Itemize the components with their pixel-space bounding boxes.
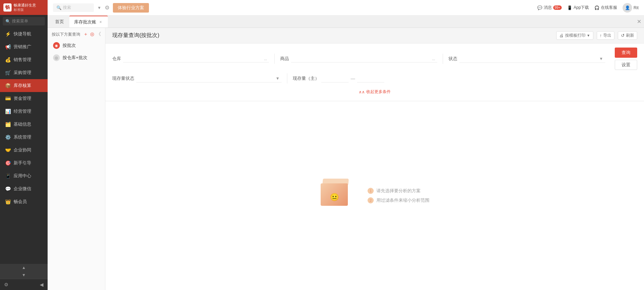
message-badge: 99+	[553, 5, 562, 10]
export-button[interactable]: ↑ 导出	[597, 31, 615, 40]
sidebar: 畅 畅康通好生意 标准版 🔍 搜索菜单 ⚡ 快捷导航 📢 营销推广 💰 销售管理…	[0, 0, 48, 290]
settings-icon[interactable]: ⚙	[4, 282, 9, 287]
search-icon: 🔍	[5, 19, 11, 24]
solution-item-warehouse-batch[interactable]: ◎ 按仓库+批次	[48, 52, 105, 64]
collapse-bar[interactable]: ∧∧ 收起更多条件	[112, 87, 637, 97]
user-menu[interactable]: 👤 Rit	[623, 3, 639, 13]
print-button[interactable]: 🖨 按模板打印 ▼	[556, 31, 593, 40]
avatar: 👤	[623, 3, 632, 13]
wechat-icon: 💬	[5, 186, 11, 192]
export-label: 导出	[603, 33, 611, 38]
inventory-qty-max-input[interactable]	[357, 74, 384, 83]
tab-home-label: 首页	[55, 19, 64, 25]
empty-hint-1: 1 请先选择要分析的方案	[368, 188, 429, 194]
online-service-button[interactable]: 🎧 在线客服	[594, 5, 617, 11]
sidebar-item-operation[interactable]: 📊 经营管理	[0, 105, 48, 118]
query-button[interactable]: 查询	[615, 48, 637, 58]
settings-solution-icon[interactable]: ◎	[90, 31, 94, 37]
basic-icon: 🗂️	[5, 121, 11, 127]
sidebar-item-inventory[interactable]: 📦 库存核算	[0, 79, 48, 92]
page-title-bar: 现存量查询(按批次) 🖨 按模板打印 ▼ ↑ 导出 ↺ 刷新	[105, 28, 644, 43]
search-placeholder: 搜索菜单	[12, 18, 28, 24]
right-panel: 现存量查询(按批次) 🖨 按模板打印 ▼ ↑ 导出 ↺ 刷新	[105, 28, 644, 290]
sidebar-item-newbie[interactable]: 🎯 新手引导	[0, 157, 48, 169]
topbar-search-icon: 🔍	[56, 5, 62, 10]
solution-label-batch: 按批次	[63, 42, 76, 49]
tab-home[interactable]: 首页	[50, 16, 69, 28]
filter-inventory-status: 现存量状态 ▼	[112, 75, 282, 83]
filter-status: 状态 ▼	[448, 55, 605, 63]
tab-inventory-batch-label: 库存批次账	[74, 19, 96, 25]
sidebar-label: 应用中心	[14, 173, 31, 179]
topbar-gear-icon[interactable]: ⚙	[105, 4, 109, 11]
sidebar-label: 畅会员	[14, 199, 27, 205]
quick-icon: ⚡	[5, 31, 11, 37]
sidebar-search[interactable]: 🔍 搜索菜单	[3, 17, 45, 25]
sidebar-label: 企业微信	[14, 186, 31, 192]
empty-hint-text-1: 请先选择要分析的方案	[376, 188, 421, 194]
product-more-icon[interactable]: ...	[432, 57, 435, 61]
sidebar-scroll-up[interactable]: ▲	[0, 264, 48, 271]
sidebar-scroll-down[interactable]: ▼	[0, 271, 48, 279]
sidebar-item-quick[interactable]: ⚡ 快捷导航	[0, 28, 48, 40]
sidebar-item-basic[interactable]: 🗂️ 基础信息	[0, 118, 48, 131]
solution-item-batch[interactable]: ◉ 按批次	[48, 39, 105, 52]
finance-icon: 💳	[5, 95, 11, 102]
topbar-search[interactable]: 🔍 搜索	[53, 3, 94, 12]
print-dropdown-icon[interactable]: ▼	[587, 34, 590, 37]
newbie-icon: 🎯	[5, 160, 11, 166]
sidebar-item-system[interactable]: ⚙️ 系统管理	[0, 131, 48, 144]
trial-button[interactable]: 体验行业方案	[113, 3, 149, 13]
tab-inventory-batch[interactable]: 库存批次账 ×	[69, 16, 108, 28]
app-download-button[interactable]: 📱 App下载	[567, 5, 589, 11]
tab-bar-close-icon[interactable]: ✕	[637, 18, 641, 25]
sidebar-item-sales[interactable]: 💰 销售管理	[0, 53, 48, 66]
filter-warehouse: 仓库 ...	[112, 55, 269, 62]
collapse-sidebar-icon[interactable]: ◀	[40, 282, 44, 287]
solution-label-warehouse: 按仓库+批次	[63, 55, 87, 61]
purchase-icon: 🛒	[5, 70, 11, 76]
sidebar-item-enterprise[interactable]: 🤝 企业协同	[0, 144, 48, 157]
sidebar-item-purchase[interactable]: 🛒 采购管理	[0, 66, 48, 79]
app-info: 畅康通好生意 标准版	[14, 3, 36, 12]
add-solution-icon[interactable]: ＋	[83, 31, 88, 37]
sidebar-item-member[interactable]: 👑 畅会员	[0, 195, 48, 208]
sidebar-item-app[interactable]: 📱 应用中心	[0, 169, 48, 182]
inventory-qty-label: 现存量（主）	[293, 75, 319, 81]
refresh-label: 刷新	[626, 33, 634, 38]
empty-hints: 1 请先选择要分析的方案 2 用过滤条件来缩小分析范围	[368, 188, 429, 203]
export-icon: ↑	[600, 33, 602, 38]
filter-row-1: 仓库 ... 商品 ...	[112, 48, 637, 70]
message-icon: 💬	[537, 5, 542, 10]
sidebar-item-wechat[interactable]: 💬 企业微信	[0, 182, 48, 195]
topbar-dropdown-icon[interactable]: ▼	[97, 5, 101, 10]
status-dropdown[interactable]: ▼	[459, 55, 605, 63]
warehouse-more-icon[interactable]: ...	[264, 57, 267, 61]
sidebar-label: 销售管理	[14, 57, 31, 63]
sidebar-item-finance[interactable]: 💳 资金管理	[0, 92, 48, 105]
filter-dash: —	[351, 76, 355, 81]
message-button[interactable]: 💬 消息 99+	[537, 5, 562, 11]
refresh-icon: ↺	[621, 33, 625, 38]
left-panel-actions: ＋ ◎ 《	[83, 31, 101, 37]
tab-close-icon[interactable]: ×	[98, 20, 103, 24]
warehouse-label: 仓库	[112, 56, 121, 62]
filter-divider-1	[274, 54, 275, 64]
sidebar-label: 资金管理	[14, 95, 31, 102]
sidebar-label: 系统管理	[14, 134, 31, 140]
print-label: 按模板打印	[565, 33, 586, 38]
solution-icon-warehouse: ◎	[53, 54, 60, 61]
empty-state: 😐 1 请先选择要分析的方案 2 用过滤条件来缩小分析范围	[105, 101, 644, 290]
tabbar: 首页 库存批次账 × ✕	[48, 16, 644, 28]
main-area: 🔍 搜索 ▼ ⚙ 体验行业方案 💬 消息 99+ 📱 App下载 🎧 在线客服 …	[48, 0, 644, 290]
sales-icon: 💰	[5, 57, 11, 63]
settings-button[interactable]: 设置	[615, 60, 637, 70]
inventory-status-label: 现存量状态	[112, 75, 134, 81]
inventory-status-dropdown[interactable]: ▼	[136, 75, 282, 83]
app-logo: 畅	[3, 3, 12, 12]
sidebar-item-marketing[interactable]: 📢 营销推广	[0, 40, 48, 53]
inventory-qty-min-input[interactable]	[321, 74, 349, 83]
refresh-button[interactable]: ↺ 刷新	[618, 31, 637, 40]
filter-divider-3	[287, 73, 287, 84]
collapse-panel-icon[interactable]: 《	[96, 31, 101, 37]
